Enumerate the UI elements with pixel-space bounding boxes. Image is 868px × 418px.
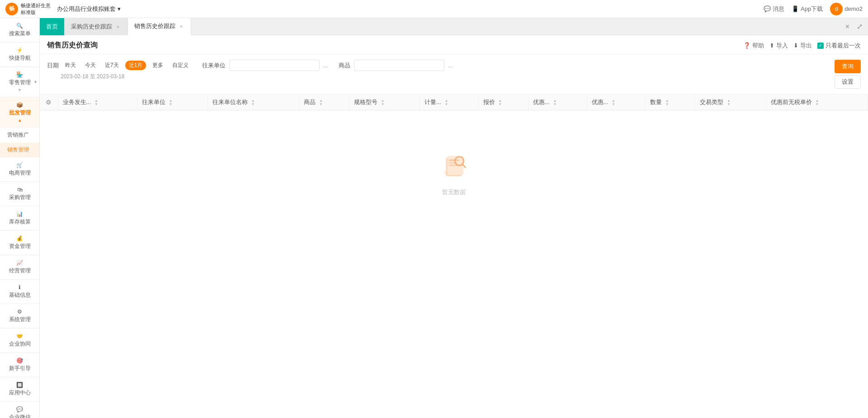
inventory-icon: 📊 <box>16 211 23 217</box>
sidebar: 🔍 搜索菜单 ⚡ 快捷导航 🏪 零售管理 ▾ 📦 批发管理 ▴ 营销推广 销售管… <box>0 18 40 418</box>
sidebar-item-guide[interactable]: 🎯 新手引导 <box>0 353 39 377</box>
sort-icon: ▲▼ <box>665 99 669 106</box>
date-btn-more[interactable]: 更多 <box>150 61 166 70</box>
page-header: 销售历史价查询 ❓ 帮助 ⬆ 导入 ⬇ 导出 ✓ <box>40 35 868 54</box>
finance-icon: 💰 <box>16 235 23 242</box>
th-discount2[interactable]: 优惠... ▲▼ <box>587 95 646 110</box>
data-table: ⚙ 业务发生... ▲▼ 往来单位 ▲▼ 往来单位名称 <box>40 95 868 110</box>
sidebar-item-retail[interactable]: 🏪 零售管理 ▾ <box>0 67 39 97</box>
sidebar-item-wholesale[interactable]: 📦 批发管理 ▴ <box>0 97 39 128</box>
chevron-right-icon: ▾ <box>19 87 21 92</box>
svg-rect-3 <box>449 160 459 161</box>
th-quantity[interactable]: 数量 ▲▼ <box>646 95 695 110</box>
wholesale-icon: 📦 <box>16 102 23 108</box>
empty-text: 暂无数据 <box>442 188 466 196</box>
manage-icon: 📈 <box>16 260 23 266</box>
info-icon: ℹ <box>19 284 21 290</box>
checkbox-checked-icon: ✓ <box>817 43 824 49</box>
tab-home[interactable]: 首页 <box>40 18 65 35</box>
chevron-down-icon: ▴ <box>19 118 21 123</box>
retail-icon: 🏪 <box>16 71 23 78</box>
sidebar-item-operations[interactable]: 📈 经营管理 <box>0 255 39 280</box>
column-settings-icon[interactable]: ⚙ <box>46 99 52 106</box>
logo-area: 畅 畅捷通好生意 标准版 <box>5 2 51 15</box>
page-content: 销售历史价查询 ❓ 帮助 ⬆ 导入 ⬇ 导出 ✓ <box>40 35 868 418</box>
content-area: 首页 采购历史价跟踪 × 销售历史价跟踪 × × ⤢ 销售历史价查询 <box>40 18 868 418</box>
sidebar-item-quicknav[interactable]: ⚡ 快捷导航 <box>0 43 39 67</box>
sidebar-item-apps[interactable]: 🔲 应用中心 <box>0 377 39 402</box>
empty-state: 暂无数据 <box>40 110 868 233</box>
help-icon: ❓ <box>743 42 750 49</box>
partner-input[interactable] <box>229 60 320 71</box>
th-unit[interactable]: 计量... ▲▼ <box>420 95 479 110</box>
download-icon: 📱 <box>792 5 799 12</box>
expand-button[interactable]: ⤢ <box>855 21 864 32</box>
sort-icon: ▲▼ <box>319 99 323 106</box>
app-selector[interactable]: 办公用品行业模拟账套 ▾ <box>54 4 123 14</box>
th-settings[interactable]: ⚙ <box>40 95 58 110</box>
user-menu[interactable]: d demo2 <box>830 3 863 15</box>
filter-fields: 日期 昨天 今天 近7天 近1月 更多 自定义 往来单位 ... 商品 <box>47 60 827 81</box>
date-btn-7days[interactable]: 近7天 <box>102 61 122 70</box>
download-button[interactable]: 📱 App下载 <box>792 5 823 13</box>
apps-icon: 🔲 <box>16 382 23 388</box>
close-tab-purchase-icon[interactable]: × <box>115 24 121 30</box>
th-business-date[interactable]: 业务发生... ▲▼ <box>58 95 137 110</box>
date-label: 日期 <box>47 62 59 70</box>
show-last-only-checkbox[interactable]: ✓ 只看最后一次 <box>817 42 861 50</box>
tab-purchase-history[interactable]: 采购历史价跟踪 × <box>65 18 128 35</box>
sidebar-item-collab[interactable]: 🤝 企业协同 <box>0 328 39 353</box>
product-input[interactable] <box>354 60 444 71</box>
sidebar-item-basicinfo[interactable]: ℹ 基础信息 <box>0 280 39 304</box>
export-button[interactable]: ⬇ 导出 <box>793 42 812 50</box>
product-select-icon[interactable]: ... <box>448 62 453 69</box>
import-button[interactable]: ⬆ 导入 <box>769 42 788 50</box>
export-icon: ⬇ <box>793 42 798 49</box>
collab-icon: 🤝 <box>16 333 23 339</box>
purchase-icon: 🛍 <box>17 186 23 193</box>
close-all-tabs-button[interactable]: × <box>844 22 851 32</box>
th-product[interactable]: 商品 ▲▼ <box>299 95 349 110</box>
sort-icon: ▲▼ <box>94 99 98 106</box>
sort-icon: ▲▼ <box>381 99 384 106</box>
sort-icon: ▲▼ <box>553 99 557 106</box>
page-header-actions: ❓ 帮助 ⬆ 导入 ⬇ 导出 ✓ 只看最后一次 <box>743 42 861 50</box>
th-transaction-type[interactable]: 交易类型 ▲▼ <box>695 95 766 110</box>
partner-select-icon[interactable]: ... <box>323 62 328 69</box>
product-label: 商品 <box>339 62 350 70</box>
sidebar-item-marketing[interactable]: 营销推广 <box>0 128 39 142</box>
sort-icon: ▲▼ <box>815 99 819 106</box>
th-partner-name[interactable]: 往来单位名称 ▲▼ <box>208 95 299 110</box>
th-partner-code[interactable]: 往来单位 ▲▼ <box>137 95 208 110</box>
date-btn-custom[interactable]: 自定义 <box>170 61 191 70</box>
tab-sales-history[interactable]: 销售历史价跟踪 × <box>128 18 191 35</box>
close-tab-sales-icon[interactable]: × <box>178 23 184 29</box>
th-discount1[interactable]: 优惠... ▲▼ <box>528 95 587 110</box>
sidebar-item-sales[interactable]: 销售管理 <box>0 142 39 157</box>
table-container: ⚙ 业务发生... ▲▼ 往来单位 ▲▼ 往来单位名称 <box>40 95 868 418</box>
message-button[interactable]: 💬 消息 <box>764 5 784 13</box>
date-btn-1month[interactable]: 近1月 <box>125 61 146 70</box>
sidebar-item-purchase[interactable]: 🛍 采购管理 <box>0 182 39 206</box>
query-button[interactable]: 查询 <box>835 60 861 73</box>
date-btn-yesterday[interactable]: 昨天 <box>62 61 79 70</box>
date-range-display: 2023-02-18 至 2023-03-18 <box>61 73 827 81</box>
th-price[interactable]: 报价 ▲▼ <box>478 95 528 110</box>
th-spec[interactable]: 规格型号 ▲▼ <box>349 95 420 110</box>
help-button[interactable]: ❓ 帮助 <box>743 42 764 50</box>
date-filter-row: 日期 昨天 今天 近7天 近1月 更多 自定义 往来单位 ... 商品 <box>47 60 827 71</box>
sidebar-item-inventory[interactable]: 📊 库存核算 <box>0 206 39 231</box>
guide-icon: 🎯 <box>16 357 23 364</box>
import-icon: ⬆ <box>769 42 774 49</box>
sidebar-item-system[interactable]: ⚙ 系统管理 <box>0 304 39 328</box>
settings-button[interactable]: 设置 <box>835 75 861 89</box>
sidebar-item-wechat[interactable]: 💬 企业微信 <box>0 402 39 418</box>
th-pretax-price[interactable]: 优惠前无税单价 ▲▼ <box>766 95 868 110</box>
sidebar-item-search[interactable]: 🔍 搜索菜单 <box>0 18 39 43</box>
sidebar-item-ecommerce[interactable]: 🛒 电商管理 <box>0 157 39 182</box>
sidebar-item-finance[interactable]: 💰 资金管理 <box>0 231 39 255</box>
date-btn-today[interactable]: 今天 <box>82 61 99 70</box>
partner-label: 往来单位 <box>202 62 226 70</box>
avatar: d <box>830 3 843 15</box>
top-bar-left: 畅 畅捷通好生意 标准版 办公用品行业模拟账套 ▾ <box>5 2 123 15</box>
